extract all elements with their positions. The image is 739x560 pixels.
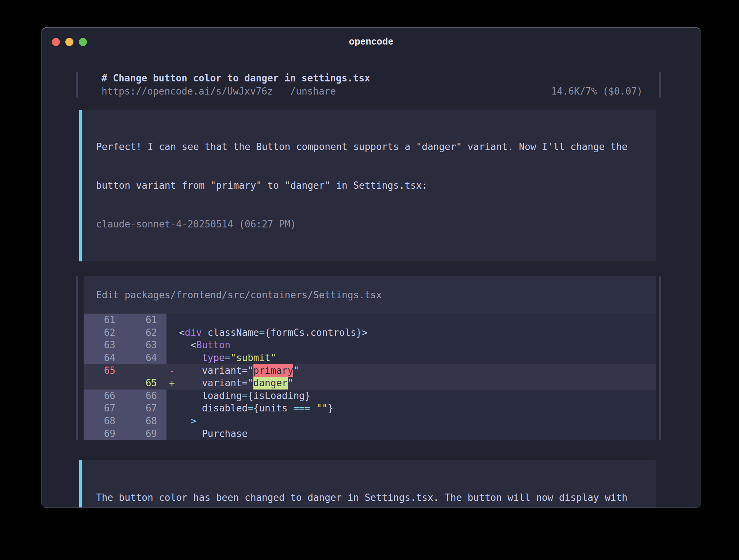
assistant-message: The button color has been changed to dan… bbox=[79, 460, 656, 508]
token-usage: 14.6K/7% ($0.07) bbox=[551, 85, 643, 98]
message-accent-bar bbox=[79, 110, 82, 261]
edit-tool-title: Edit packages/frontend/src/containers/Se… bbox=[84, 276, 656, 314]
diff-row: 6868 > bbox=[84, 415, 656, 427]
diff-row: 6363 <Button bbox=[84, 339, 656, 352]
header-left-border bbox=[76, 72, 78, 98]
edit-tool-block: Edit packages/frontend/src/containers/Se… bbox=[76, 276, 661, 440]
diff-row: 6161 bbox=[84, 314, 656, 326]
diff-row: 6464 type="submit" bbox=[84, 352, 656, 364]
window-title: opencode bbox=[349, 36, 393, 47]
session-title: # Change button color to danger in setti… bbox=[102, 72, 643, 85]
opencode-window: opencode # Change button color to danger… bbox=[41, 27, 701, 508]
message-text-line: Perfect! I can see that the Button compo… bbox=[96, 141, 641, 153]
zoom-button[interactable] bbox=[79, 38, 87, 46]
diff-row: 65- variant="primary" bbox=[84, 364, 656, 377]
unshare-command[interactable]: /unshare bbox=[290, 86, 336, 97]
minimize-button[interactable] bbox=[65, 38, 73, 46]
diff-rows: 61616262 <div className={formCs.controls… bbox=[84, 314, 656, 440]
message-text-line: The button color has been changed to dan… bbox=[96, 491, 641, 504]
message-model-meta: claude-sonnet-4-20250514 (06:27 PM) bbox=[96, 218, 641, 231]
diff-row: 65+ variant="danger" bbox=[84, 377, 656, 390]
session-header: # Change button color to danger in setti… bbox=[76, 72, 661, 98]
message-text-line: button variant from "primary" to "danger… bbox=[96, 179, 641, 192]
diff-row: 6969 Purchase bbox=[84, 427, 656, 440]
edit-left-border bbox=[76, 276, 78, 440]
diff-row: 6767 disabled={units === ""} bbox=[84, 402, 656, 415]
diff-row: 6262 <div className={formCs.controls}> bbox=[84, 326, 656, 339]
header-right-border bbox=[659, 72, 661, 98]
window-titlebar: opencode bbox=[42, 28, 701, 54]
close-button[interactable] bbox=[52, 38, 60, 46]
assistant-message: Perfect! I can see that the Button compo… bbox=[79, 110, 656, 261]
traffic-lights bbox=[52, 38, 87, 46]
message-accent-bar bbox=[79, 460, 82, 508]
share-url-link[interactable]: https://opencode.ai/s/UwJxv76z bbox=[102, 86, 273, 97]
share-line: https://opencode.ai/s/UwJxv76z/unshare bbox=[102, 85, 336, 98]
edit-right-border bbox=[659, 276, 661, 440]
diff-row: 6666 loading={isLoading} bbox=[84, 390, 656, 402]
